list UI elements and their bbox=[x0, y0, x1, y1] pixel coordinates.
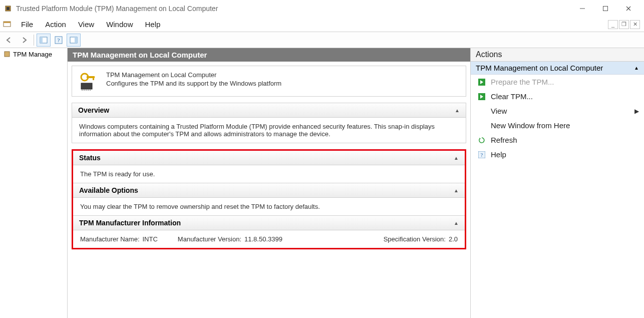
menu-window[interactable]: Window bbox=[100, 18, 139, 31]
overview-section: Overview ▲ Windows computers containing … bbox=[72, 103, 466, 143]
specification-version-label: Specification Version: bbox=[384, 235, 446, 243]
svg-rect-14 bbox=[5, 52, 10, 57]
refresh-icon bbox=[478, 136, 486, 144]
show-hide-action-pane-button[interactable] bbox=[67, 34, 81, 47]
action-label: New Window from Here bbox=[491, 121, 570, 130]
svg-rect-3 bbox=[603, 7, 608, 11]
tpm-node-icon bbox=[3, 50, 11, 58]
action-view[interactable]: View ▶ bbox=[471, 104, 644, 118]
tree-root-label: TPM Manage bbox=[13, 51, 52, 58]
svg-rect-1 bbox=[7, 7, 10, 10]
title-bar: Trusted Platform Module (TPM) Management… bbox=[0, 0, 644, 17]
overview-heading: Overview bbox=[78, 106, 109, 114]
collapse-icon: ▲ bbox=[454, 188, 459, 193]
back-button[interactable] bbox=[2, 34, 16, 47]
action-label: Prepare the TPM... bbox=[491, 78, 554, 86]
svg-rect-18 bbox=[81, 83, 92, 89]
actions-context-header[interactable]: TPM Management on Local Computer ▲ bbox=[471, 62, 644, 75]
menu-help[interactable]: Help bbox=[139, 18, 166, 31]
tpm-chip-icon bbox=[4, 5, 12, 13]
close-button[interactable] bbox=[617, 1, 640, 16]
result-pane: TPM Management on Local Computer bbox=[68, 48, 471, 318]
manufacturer-section: TPM Manufacturer Information ▲ Manufactu… bbox=[73, 216, 465, 248]
toolbar: ? bbox=[0, 32, 644, 48]
arrow-right-green-icon bbox=[478, 93, 486, 101]
manufacturer-info-row: Manufacturer Name: INTC Manufacturer Ver… bbox=[80, 235, 458, 243]
action-prepare-tpm: Prepare the TPM... bbox=[471, 75, 644, 89]
svg-rect-7 bbox=[4, 22, 11, 23]
action-refresh[interactable]: Refresh bbox=[471, 133, 644, 147]
actions-context-label: TPM Management on Local Computer bbox=[476, 64, 603, 72]
blank-icon bbox=[478, 122, 486, 130]
svg-text:?: ? bbox=[481, 152, 483, 158]
action-new-window[interactable]: New Window from Here bbox=[471, 118, 644, 133]
maximize-button[interactable] bbox=[594, 1, 617, 16]
submenu-arrow-icon: ▶ bbox=[634, 108, 639, 115]
collapse-icon: ▲ bbox=[454, 220, 459, 226]
mdi-restore-button[interactable]: ❐ bbox=[619, 20, 629, 29]
minimize-button[interactable] bbox=[571, 1, 594, 16]
manufacturer-name-value: INTC bbox=[143, 235, 158, 243]
menu-view[interactable]: View bbox=[72, 18, 100, 31]
tree-root-node[interactable]: TPM Manage bbox=[0, 49, 67, 59]
blank-icon bbox=[478, 107, 486, 115]
status-body: The TPM is ready for use. bbox=[73, 165, 465, 183]
collapse-icon: ▲ bbox=[455, 108, 460, 113]
action-label: Refresh bbox=[491, 136, 517, 144]
manufacturer-version-value: 11.8.50.3399 bbox=[244, 235, 282, 243]
svg-text:?: ? bbox=[58, 37, 60, 43]
manufacturer-header[interactable]: TPM Manufacturer Information ▲ bbox=[73, 216, 465, 230]
svg-rect-13 bbox=[75, 37, 77, 43]
window-title: Trusted Platform Module (TPM) Management… bbox=[16, 5, 218, 13]
action-label: Clear TPM... bbox=[491, 92, 533, 101]
arrow-right-green-icon bbox=[478, 78, 486, 86]
collapse-icon: ▲ bbox=[634, 65, 639, 71]
menu-action[interactable]: Action bbox=[39, 18, 72, 31]
actions-title: Actions bbox=[471, 48, 644, 62]
available-options-heading: Available Options bbox=[79, 186, 138, 194]
specification-version-value: 2.0 bbox=[449, 235, 458, 243]
status-heading: Status bbox=[79, 154, 101, 162]
show-hide-tree-button[interactable] bbox=[37, 34, 51, 47]
overview-header[interactable]: Overview ▲ bbox=[72, 103, 466, 118]
available-options-body: You may clear the TPM to remove ownershi… bbox=[73, 198, 465, 215]
mdi-minimize-button[interactable]: _ bbox=[608, 20, 618, 29]
help-icon: ? bbox=[478, 151, 486, 159]
intro-title: TPM Management on Local Computer bbox=[106, 71, 281, 79]
menu-bar: File Action View Window Help _ ❐ ✕ bbox=[0, 17, 644, 32]
svg-rect-17 bbox=[93, 76, 94, 80]
manufacturer-heading: TPM Manufacturer Information bbox=[79, 219, 181, 227]
available-options-header[interactable]: Available Options ▲ bbox=[73, 183, 465, 198]
manufacturer-version-label: Manufacturer Version: bbox=[178, 235, 241, 243]
forward-button[interactable] bbox=[17, 34, 31, 47]
actions-pane: Actions TPM Management on Local Computer… bbox=[471, 48, 644, 318]
key-chip-icon bbox=[78, 71, 98, 91]
overview-body: Windows computers containing a Trusted P… bbox=[72, 118, 466, 143]
status-section: Status ▲ The TPM is ready for use. bbox=[73, 151, 465, 183]
collapse-icon: ▲ bbox=[454, 155, 459, 161]
help-button[interactable]: ? bbox=[52, 34, 66, 47]
action-clear-tpm[interactable]: Clear TPM... bbox=[471, 89, 644, 104]
console-tree-pane: TPM Manage bbox=[0, 48, 68, 318]
intro-subtitle: Configures the TPM and its support by th… bbox=[106, 80, 281, 87]
available-options-section: Available Options ▲ You may clear the TP… bbox=[73, 183, 465, 216]
mdi-close-button[interactable]: ✕ bbox=[630, 20, 640, 29]
svg-rect-9 bbox=[40, 37, 43, 43]
highlighted-sections: Status ▲ The TPM is ready for use. Avail… bbox=[72, 149, 466, 249]
status-header[interactable]: Status ▲ bbox=[73, 151, 465, 165]
intro-box: TPM Management on Local Computer Configu… bbox=[72, 66, 466, 97]
action-label: Help bbox=[491, 150, 506, 159]
action-help[interactable]: ? Help bbox=[471, 147, 644, 162]
manufacturer-name-label: Manufacturer Name: bbox=[80, 235, 140, 243]
result-header: TPM Management on Local Computer bbox=[68, 48, 470, 62]
toolbar-separator bbox=[34, 35, 34, 46]
action-label: View bbox=[491, 107, 507, 115]
mmc-console-icon bbox=[2, 20, 12, 30]
menu-file[interactable]: File bbox=[15, 18, 39, 31]
